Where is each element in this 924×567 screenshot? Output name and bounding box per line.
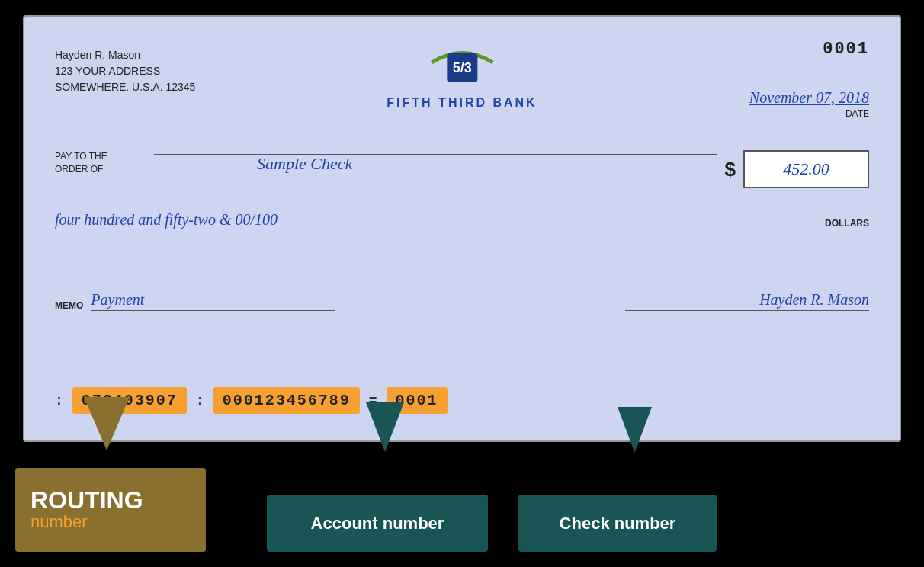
bottom-area: ROUTING number Account number Check numb… — [0, 453, 924, 567]
account-arrow-container — [366, 402, 419, 454]
page-wrapper: 0001 Hayden R. Mason 123 YOUR ADDRESS SO… — [0, 0, 924, 567]
date-section: November 07, 2018 DATE — [749, 89, 869, 119]
check-arrow-container — [618, 407, 663, 454]
routing-label-box: ROUTING number — [15, 468, 206, 552]
written-amount: four hundred and fifty-two & 00/100 — [55, 211, 278, 229]
memo-value: Payment — [91, 291, 144, 308]
signature-value: Hayden R. Mason — [759, 291, 869, 308]
routing-arrow-container — [84, 397, 145, 454]
check-number-arrow — [618, 407, 652, 453]
bank-name: Fifth Third Bank — [387, 96, 537, 110]
address-line2: SOMEWHERE. U.S.A. 12345 — [55, 79, 195, 95]
address-line1: 123 YOUR ADDRESS — [55, 63, 195, 79]
signature-line: Hayden R. Mason — [625, 291, 869, 311]
dollars-label: DOLLARS — [825, 218, 869, 229]
payee-value: Sample Check — [257, 154, 352, 174]
memo-line: Payment — [91, 291, 335, 311]
amount-numeric: 452.00 — [783, 159, 829, 179]
check-label-box: Check number — [518, 495, 717, 552]
routing-title: ROUTING — [30, 488, 143, 512]
bank-logo: 5/3 Fifth Third Bank — [387, 40, 537, 110]
micr-account: 000123456789 — [213, 387, 360, 414]
address-name: Hayden R. Mason — [55, 47, 195, 63]
dollar-sign: $ — [725, 158, 736, 181]
account-label-box: Account number — [267, 495, 488, 552]
pay-to-line: Sample Check — [154, 154, 717, 155]
date-label: DATE — [749, 108, 869, 119]
svg-text:5/3: 5/3 — [452, 60, 471, 75]
address-block: Hayden R. Mason 123 YOUR ADDRESS SOMEWHE… — [55, 47, 195, 95]
routing-subtitle: number — [30, 512, 88, 532]
account-number-label: Account number — [311, 514, 444, 533]
micr-symbol-open-left: : — [55, 393, 63, 408]
check-number-label: Check number — [560, 514, 676, 533]
micr-symbol-close-left: : — [196, 393, 204, 408]
memo-section: MEMO Payment Hayden R. Mason — [55, 291, 869, 311]
amount-box: 452.00 — [743, 150, 869, 188]
check-number-top: 0001 — [823, 40, 869, 59]
routing-arrow — [84, 397, 130, 450]
memo-label: MEMO — [55, 300, 83, 311]
written-amount-section: four hundred and fifty-two & 00/100 DOLL… — [55, 211, 869, 232]
date-value: November 07, 2018 — [749, 89, 869, 107]
bank-logo-icon: 5/3 — [428, 40, 496, 93]
check-area: 0001 Hayden R. Mason 123 YOUR ADDRESS SO… — [23, 15, 901, 442]
account-arrow — [366, 402, 404, 452]
micr-section: : 072403907 : 000123456789 = 0001 — [55, 387, 869, 414]
pay-to-label: PAY TO THE ORDER OF — [55, 150, 107, 176]
